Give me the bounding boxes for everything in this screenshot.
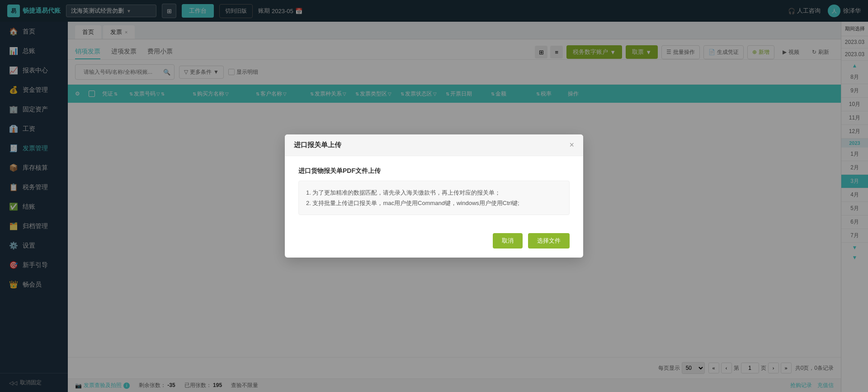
modal-select-file-btn[interactable]: 选择文件 <box>528 233 570 249</box>
modal-info-item-1: 1. 为了更加精准的数据匹配，请先录入海关缴款书，再上传对应的报关单； <box>306 187 562 198</box>
modal-body: 进口货物报关单PDF文件上传 1. 为了更加精准的数据匹配，请先录入海关缴款书，… <box>285 156 583 226</box>
import-customs-modal: 进口报关单上传 × 进口货物报关单PDF文件上传 1. 为了更加精准的数据匹配，… <box>285 134 583 258</box>
modal-section-title: 进口货物报关单PDF文件上传 <box>298 167 570 175</box>
modal-footer: 取消 选择文件 <box>285 226 583 258</box>
modal-header: 进口报关单上传 × <box>285 134 583 156</box>
modal-overlay[interactable]: 进口报关单上传 × 进口货物报关单PDF文件上传 1. 为了更加精准的数据匹配，… <box>0 0 868 392</box>
modal-info-item-2: 2. 支持批量上传进口报关单，mac用户使用Command键，windows用户… <box>306 198 562 208</box>
modal-cancel-btn[interactable]: 取消 <box>493 233 523 249</box>
modal-info-box: 1. 为了更加精准的数据匹配，请先录入海关缴款书，再上传对应的报关单； 2. 支… <box>298 181 570 215</box>
modal-title: 进口报关单上传 <box>294 141 341 149</box>
modal-close-btn[interactable]: × <box>569 141 574 149</box>
